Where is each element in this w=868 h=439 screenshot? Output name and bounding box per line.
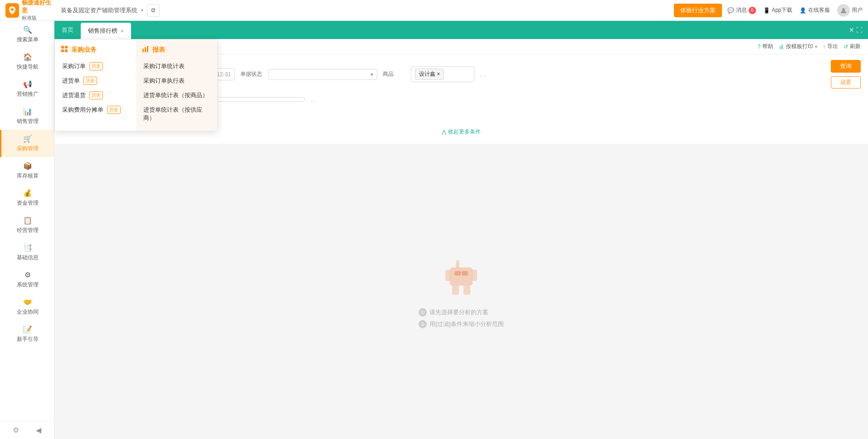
sidebar-item-system[interactable]: ⚙ 系统管理 <box>0 266 54 293</box>
history-badge-purchase-order[interactable]: 历史 <box>89 62 103 70</box>
dropdown-item-fee[interactable]: 采购费用分摊单 历史 <box>60 103 131 117</box>
sidebar-item-operations[interactable]: 📋 经营管理 <box>0 212 54 239</box>
svg-rect-14 <box>65 49 68 52</box>
empty-state: ① 请先选择要分析的方案 ② 用[过滤]条件来缩小分析范围 <box>54 144 868 439</box>
svg-rect-17 <box>147 46 148 52</box>
system-icon: ⚙ <box>24 271 31 279</box>
system-title-text: 装备及固定资产辅助管理系统 <box>61 6 137 15</box>
purchase-col-header: 采购业务 <box>60 45 131 54</box>
history-badge-goods-in[interactable]: 历史 <box>83 77 97 85</box>
report-col: 报表 采购订单统计表 采购订单执行表 进货单统计表（按商品） 进货单统计表（按供… <box>136 39 217 131</box>
sales-icon: 📊 <box>23 107 32 116</box>
refresh-icon: ↺ <box>844 44 848 50</box>
svg-rect-3 <box>454 271 461 276</box>
logo-icon <box>5 3 19 18</box>
sidebar-item-purchase[interactable]: 🛒 采购管理 <box>0 130 54 157</box>
purchase-col-icon <box>60 45 68 54</box>
settings-btn[interactable]: 设置 <box>831 76 861 89</box>
svg-rect-2 <box>450 267 473 286</box>
dropdown-item-goods-stats-supplier[interactable]: 进货单统计表（按供应商） <box>141 103 212 125</box>
tab-close-btn[interactable]: ✕ <box>120 29 124 34</box>
goods-tag: 设计鑫 × <box>415 69 444 80</box>
query-btns: 查询 设置 <box>831 60 861 89</box>
sidebar-item-search-menu[interactable]: 🔍 搜索菜单 <box>0 21 54 48</box>
report-col-header: 报表 <box>141 45 212 54</box>
dropdown-item-order-exec[interactable]: 采购订单执行表 <box>141 74 212 88</box>
tab-home[interactable]: 首页 <box>54 21 81 39</box>
avatar <box>837 4 850 17</box>
tab-maximize-btn[interactable]: ⛶ <box>856 26 863 34</box>
sidebar-item-basic-info[interactable]: 📑 基础信息 <box>0 239 54 266</box>
sidebar-item-guide[interactable]: 📝 新手引导 <box>0 321 54 348</box>
query-btn[interactable]: 查询 <box>831 60 861 73</box>
sidebar-item-label: 搜索菜单 <box>17 36 39 44</box>
sidebar-item-inventory[interactable]: 📦 库存核算 <box>0 157 54 184</box>
sidebar-item-finance[interactable]: 💰 资金管理 <box>0 184 54 212</box>
step-1: ① 请先选择要分析的方案 <box>419 306 503 318</box>
tab-sales-rank[interactable]: 销售排行榜 ✕ <box>81 23 131 39</box>
app-download-btn[interactable]: 📱 App下载 <box>763 6 792 14</box>
sidebar-item-label: 销售管理 <box>17 118 39 125</box>
print-dropdown-arrow[interactable]: ▾ <box>815 44 817 49</box>
sidebar-bottom: ⚙ ◀ <box>0 421 54 439</box>
dropdown-item-goods-in[interactable]: 进货单 历史 <box>60 74 131 88</box>
status-input[interactable]: ▾ <box>268 69 377 80</box>
online-service-btn[interactable]: 👤 在线客服 <box>800 6 830 14</box>
history-badge-fee[interactable]: 历史 <box>107 106 121 114</box>
svg-rect-8 <box>463 286 470 295</box>
dropdown-cols: 采购业务 采购订单 历史 进货单 历史 进货退货 历史 采购费用分摊单 历史 <box>55 39 217 131</box>
empty-illustration <box>434 254 488 299</box>
home-icon: 🏠 <box>23 53 32 61</box>
goods-label: 商品 <box>383 70 405 78</box>
tab-sales-rank-label: 销售排行榜 <box>88 27 117 35</box>
bottom-settings-btn[interactable]: ⚙ <box>13 426 19 434</box>
history-badge-return[interactable]: 历史 <box>89 91 103 99</box>
sidebar-collapse-btn[interactable]: ◀ <box>36 426 41 434</box>
sidebar-item-label: 基础信息 <box>17 254 39 261</box>
message-btn[interactable]: 💬 消息 6 <box>727 6 756 14</box>
salesman-dots-btn[interactable]: ... <box>310 96 317 103</box>
message-badge: 6 <box>749 7 756 14</box>
goods-input[interactable]: 设计鑫 × <box>411 66 474 82</box>
purchase-icon: 🛒 <box>23 134 32 143</box>
tab-home-label: 首页 <box>62 26 73 34</box>
collapse-up-icon: ⋀ <box>442 129 446 135</box>
dropdown-item-goods-stats-product[interactable]: 进货单统计表（按商品） <box>141 88 212 103</box>
svg-rect-12 <box>65 46 68 49</box>
empty-steps: ① 请先选择要分析的方案 ② 用[过滤]条件来缩小分析范围 <box>419 306 503 330</box>
export-btn[interactable]: ↑ 导出 <box>823 43 838 50</box>
dropdown-item-purchase-order[interactable]: 采购订单 历史 <box>60 59 131 74</box>
sidebar-item-label: 经营管理 <box>17 227 39 234</box>
goods-dots-btn[interactable]: ... <box>480 71 487 78</box>
print-btn[interactable]: 🖨 按模板打印 ▾ <box>779 43 817 50</box>
sidebar-item-sales[interactable]: 📊 销售管理 <box>0 103 54 130</box>
svg-rect-16 <box>145 47 146 52</box>
report-col-icon <box>141 45 150 54</box>
purchase-col: 采购业务 采购订单 历史 进货单 历史 进货退货 历史 采购费用分摊单 历史 <box>55 39 136 131</box>
tab-bar: 首页 销售排行榜 ✕ ✕ ⛶ <box>54 21 868 39</box>
sidebar-item-label: 新手引导 <box>17 335 39 343</box>
tab-close-all-btn[interactable]: ✕ <box>849 26 854 34</box>
service-icon: 👤 <box>800 7 806 14</box>
cooperation-icon: 🤝 <box>23 298 32 306</box>
dropdown-item-return[interactable]: 进货退货 历史 <box>60 88 131 103</box>
salesman-input[interactable] <box>214 97 305 102</box>
svg-point-10 <box>456 260 459 264</box>
sidebar-item-label: 采购管理 <box>17 145 39 153</box>
sidebar-item-cooperation[interactable]: 🤝 企业协同 <box>0 293 54 321</box>
basic-info-icon: 📑 <box>23 243 32 252</box>
settings-icon-btn[interactable]: ⚙ <box>147 4 160 17</box>
title-dropdown-arrow[interactable]: ▾ <box>141 8 143 13</box>
refresh-btn[interactable]: ↺ 刷新 <box>844 43 861 50</box>
svg-rect-7 <box>452 286 459 295</box>
industry-btn[interactable]: 体验行业方案 <box>674 4 722 17</box>
help-btn[interactable]: ? 帮助 <box>757 43 773 50</box>
dropdown-item-order-stats[interactable]: 采购订单统计表 <box>141 59 212 74</box>
sidebar-item-label: 快捷导航 <box>17 63 39 71</box>
sidebar-item-marketing[interactable]: 📢 营销推广 <box>0 75 54 103</box>
sidebar-item-quick-nav[interactable]: 🏠 快捷导航 <box>0 48 54 75</box>
svg-rect-4 <box>462 271 468 276</box>
status-label: 单据状态 <box>240 70 263 78</box>
user-btn[interactable]: 用户 <box>837 4 863 17</box>
topbar-right: 💬 消息 6 📱 App下载 👤 在线客服 用户 <box>727 4 863 17</box>
